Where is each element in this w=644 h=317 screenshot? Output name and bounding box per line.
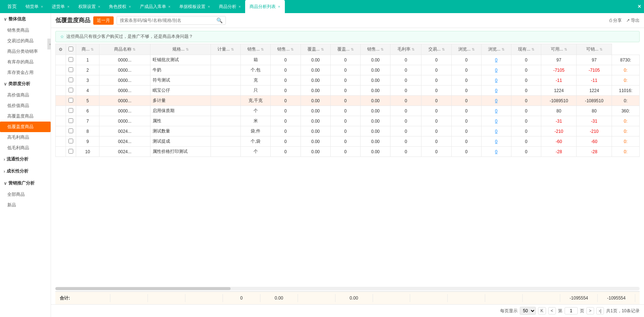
cell-check[interactable] [66,86,76,96]
th-saleable[interactable]: 可销...⇅ [577,44,612,55]
page-number-input[interactable] [565,307,578,314]
sidebar-item-traded-goods[interactable]: 交易过的商品 [0,36,51,46]
per-page-select[interactable]: 50 [520,307,536,315]
nav-home[interactable]: 首页 [3,0,21,13]
first-page-button[interactable]: K [538,307,546,314]
nav-sales[interactable]: 销货单 × [21,0,47,13]
cell-check[interactable] [66,75,76,86]
cell-check[interactable] [66,106,76,116]
nav-analysis[interactable]: 商品分析 × [215,0,245,13]
nav-roles-close[interactable]: × [129,4,131,9]
cell-check[interactable] [66,55,76,65]
row-checkbox[interactable] [68,118,73,123]
row-checkbox[interactable] [68,67,73,72]
cell-browse1[interactable]: 0 [481,116,511,126]
export-button[interactable]: ↗ 导出 [626,17,640,24]
time-filter-button[interactable]: 近一月 [93,16,114,25]
th-available-stock[interactable]: 可用...⇅ [541,44,577,55]
nav-permissions-close[interactable]: × [98,4,100,9]
next-page-button[interactable]: > [586,307,594,314]
row-checkbox[interactable] [68,57,73,62]
th-browse1[interactable]: 浏览...⇅ [451,44,481,55]
nav-template-close[interactable]: × [208,4,210,9]
share-button[interactable]: ⎙ 分享 [609,17,622,24]
sidebar-item-sales-goods[interactable]: 销售类商品 [0,25,51,36]
th-coverage1[interactable]: 覆盖...⇅ [301,44,330,55]
nav-analysis-close[interactable]: × [239,4,241,9]
row-checkbox[interactable] [68,128,73,133]
cell-check[interactable] [66,136,76,147]
th-code[interactable]: 商...⇅ [76,44,99,55]
nav-warehouse[interactable]: 产成品入库单 × [136,0,175,13]
search-input[interactable] [120,18,216,23]
cell-check[interactable] [66,116,76,126]
cell-check[interactable] [66,126,76,136]
cell-browse1[interactable]: 0 [481,147,511,157]
cell-check[interactable] [66,65,76,75]
sidebar-item-low-margin[interactable]: 低毛利商品 [0,143,51,153]
cell-browse1[interactable]: 0 [481,96,511,106]
sidebar-collapse-btn[interactable]: « [47,39,51,49]
th-spec[interactable]: 规格...⇅ [150,44,211,55]
prev-page-button[interactable]: < [548,307,556,314]
nav-warehouse-close[interactable]: × [168,4,170,9]
scrollbar-thumb[interactable] [55,287,231,290]
horizontal-scrollbar[interactable] [55,287,640,290]
nav-purchase-close[interactable]: × [67,4,69,9]
sidebar-section-marketing[interactable]: ∨ 营销推广分析 [0,177,51,189]
cell-browse1[interactable]: 0 [481,106,511,116]
cell-check[interactable] [66,96,76,106]
row-checkbox[interactable] [68,108,73,113]
cell-trade: 0 [451,86,481,96]
sidebar-item-new-goods[interactable]: 新品 [0,200,51,210]
th-gross-rate[interactable]: 毛利率⇅ [390,44,421,55]
nav-roles[interactable]: 角色授权 × [105,0,135,13]
sidebar-item-capital-occupation[interactable]: 库存资金占用 [0,67,51,78]
nav-analysis-list-close[interactable]: × [278,4,280,9]
th-sales-rate[interactable]: 销售...⇅ [360,44,390,55]
nav-template[interactable]: 单据模板设置 × [175,0,214,13]
nav-sales-close[interactable]: × [41,4,43,9]
th-sales-amount[interactable]: 销售...⇅ [271,44,301,55]
sidebar-item-high-value[interactable]: 高价值商品 [0,90,51,100]
last-page-button[interactable]: ›| [596,307,604,314]
th-name[interactable]: 商品名称⇅ [99,44,150,55]
sidebar-item-all-goods[interactable]: 全部商品 [0,189,51,200]
th-browse2[interactable]: 浏览...⇅ [481,44,511,55]
sidebar-item-category-rate[interactable]: 商品分类动销率 [0,46,51,57]
sidebar-section-liquidity[interactable]: › 流通性分析 [0,153,51,165]
row-checkbox[interactable] [68,149,73,154]
sidebar-item-stock-goods[interactable]: 有库存的商品 [0,57,51,67]
cell-browse1[interactable]: 0 [481,55,511,65]
nav-purchase[interactable]: 进货单 × [47,0,74,13]
select-all-checkbox[interactable] [68,47,73,51]
table-row: 6 0000... 启用保质期 个 0 0.00 0 0.00 0 0 0 0 … [56,106,640,116]
cell-check[interactable] [66,147,76,157]
sidebar-item-low-coverage[interactable]: 低覆盖度商品 [0,122,51,132]
th-settings[interactable]: ⚙ [56,44,66,55]
row-checkbox[interactable] [68,88,73,92]
th-trade[interactable]: 交易...⇅ [421,44,451,55]
sidebar-item-high-margin[interactable]: 高毛利商品 [0,132,51,143]
nav-analysis-list[interactable]: 商品分析列表 × [245,0,284,13]
row-checkbox[interactable] [68,98,73,103]
row-checkbox[interactable] [68,78,73,82]
sidebar-section-growth[interactable]: › 成长性分析 [0,165,51,177]
th-unit[interactable]: 计量...⇅ [211,44,240,55]
cell-browse1[interactable]: 0 [481,136,511,147]
nav-close-all[interactable]: × [638,3,641,10]
sidebar-section-group[interactable]: ∨ 类群度分析 [0,78,51,90]
th-current-stock[interactable]: 现有...⇅ [511,44,541,55]
row-checkbox[interactable] [68,139,73,143]
th-checkbox[interactable] [66,44,76,55]
sidebar-section-overall[interactable]: ∨ 整体信息 [0,13,51,25]
cell-browse1[interactable]: 0 [481,65,511,75]
sidebar-item-high-coverage[interactable]: 高覆盖度商品 [0,111,51,122]
cell-browse1[interactable]: 0 [481,86,511,96]
cell-browse1[interactable]: 0 [481,126,511,136]
cell-browse1[interactable]: 0 [481,75,511,86]
th-sales-qty[interactable]: 销售...⇅ [241,44,271,55]
nav-permissions[interactable]: 权限设置 × [74,0,105,13]
sidebar-item-low-value[interactable]: 低价值商品 [0,100,51,111]
th-coverage2[interactable]: 覆盖...⇅ [330,44,360,55]
